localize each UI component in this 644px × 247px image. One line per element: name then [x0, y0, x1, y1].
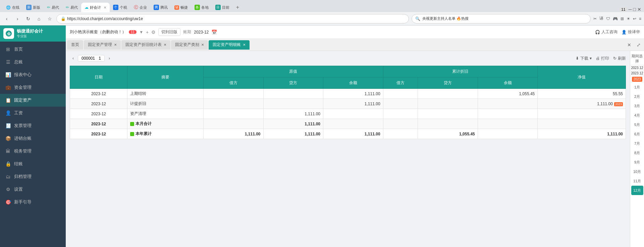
page-navigation: ‹ 000001 1 › [70, 55, 113, 62]
reload-button[interactable]: ↻ [24, 15, 32, 23]
browser-tab-gedi[interactable]: 各 各地 [191, 3, 212, 12]
sidebar-item-ledger[interactable]: ☰ 总账 [0, 56, 66, 68]
scissors-icon[interactable]: ✂ [593, 16, 597, 21]
month-item[interactable]: 9月 [631, 158, 643, 167]
browser-tab-xinban[interactable]: 新 新版 [23, 3, 44, 12]
closing-icon: 🔒 [5, 161, 11, 167]
month-item[interactable]: 10月 [631, 167, 643, 176]
sidebar-item-payroll[interactable]: 👤 工资 [0, 107, 66, 119]
page-tab-close-asset-category[interactable]: ✕ [201, 43, 204, 47]
search-icon: 🔍 [415, 16, 420, 21]
sidebar-label-guide: 新手引导 [14, 199, 32, 205]
close-window-icon[interactable]: ✕ [637, 7, 641, 12]
home-button[interactable]: ⌂ [35, 15, 43, 23]
month-item[interactable]: 12月 [631, 186, 643, 195]
page-tab-asset-detail[interactable]: 固定资产明细账 ✕ [209, 40, 250, 50]
back-button[interactable]: ‹ [3, 15, 11, 23]
forward-button[interactable]: › [13, 15, 21, 23]
browser-tab-muqian[interactable]: 目 目前 [212, 3, 233, 12]
month-item[interactable]: 4月 [631, 111, 643, 120]
dropdown-arrow[interactable]: ▼ [139, 30, 143, 35]
sidebar-item-closing[interactable]: 🔒 结账 [0, 158, 66, 170]
month-item[interactable]: 8月 [631, 148, 643, 158]
page-tab-close-depreciation-stats[interactable]: ✕ [164, 43, 166, 47]
calendar-icon[interactable]: 📅 [211, 29, 217, 35]
month-item[interactable]: 5月 [631, 120, 643, 129]
user-profile[interactable]: 👤 徐译华 [622, 29, 640, 35]
month-item[interactable]: 2月 [631, 92, 643, 101]
logo-text-block: 畅捷通好会计 专业版 [17, 28, 43, 39]
restore-icon[interactable]: □ [633, 7, 636, 12]
print-button[interactable]: 🖨 打印 [596, 56, 609, 61]
period-label: 账期 [183, 29, 191, 35]
assistant-button[interactable]: 🎧 人工咨询 [595, 29, 618, 35]
sidebar-item-invoice[interactable]: 🧾 发票管理 [0, 119, 66, 132]
sidebar-item-inventory[interactable]: 📦 进销台账 [0, 132, 66, 145]
svg-text:会: 会 [7, 32, 11, 36]
browser-tab-changjie[interactable]: M 畅捷 [171, 3, 191, 12]
translate-icon[interactable]: 译 [599, 16, 603, 21]
page-tab-fixed-asset-mgmt[interactable]: 固定资产管理 ✕ [84, 40, 121, 50]
page-tab-close-fixed-asset-mgmt[interactable]: ✕ [114, 43, 117, 47]
browser-tab-geshui[interactable]: 个 个税 [110, 3, 130, 12]
sidebar-menu: ⊞ 首页 ☰ 总账 📊 报表中心 💼 资金管理 📋 固定资产 👤 工资 [0, 42, 66, 247]
download-button[interactable]: ⬇ 下载 ▾ [576, 56, 592, 61]
month-item[interactable]: 6月 [631, 129, 643, 139]
row-year-badge: 2023 [614, 102, 623, 106]
page-tab-depreciation-stats[interactable]: 固定资产折旧统计表 ✕ [121, 40, 170, 50]
search-bar[interactable]: 🔍 央视更新主持人名单 🔥热搜 [412, 14, 591, 23]
next-page-button[interactable]: › [106, 55, 113, 62]
month-item[interactable]: 3月 [631, 101, 643, 111]
game-icon[interactable]: 🎮 [613, 16, 618, 21]
extension-icon[interactable]: 🛡 [606, 16, 610, 21]
month-item[interactable]: 7月 [631, 139, 643, 148]
browser-tab-yidai2[interactable]: ✏ 易代 [62, 3, 81, 12]
browser-tab-yidai1[interactable]: ✏ 易代 [44, 3, 62, 12]
refresh-button[interactable]: ↻ 刷新 [613, 56, 626, 61]
sidebar-item-home[interactable]: ⊞ 首页 [0, 43, 66, 56]
month-item[interactable]: 1月 [631, 82, 643, 92]
browser-tab-close-haokuaiji[interactable]: ✕ [104, 6, 106, 9]
sidebar-item-report[interactable]: 📊 报表中心 [0, 68, 66, 81]
brightness-icon[interactable]: ☀ [627, 16, 630, 21]
new-tab-button[interactable]: + [233, 3, 242, 12]
guide-icon: 🎯 [5, 199, 11, 205]
inventory-icon: 📦 [5, 136, 11, 141]
add-company-icon[interactable]: + [146, 29, 149, 35]
minimize-icon[interactable]: ─ [629, 7, 632, 12]
company-settings-icon[interactable]: ⚙ [151, 29, 156, 35]
switch-version-button[interactable]: 切到旧版 [158, 28, 180, 36]
cell-orig-balance: 1,111.00 [323, 89, 383, 99]
sidebar-item-fund[interactable]: 💼 资金管理 [0, 81, 66, 94]
bookmark-button[interactable]: ☆ [46, 15, 54, 23]
cell-orig-credit: 1,111.00 [263, 109, 323, 119]
page-tab-home[interactable]: 首页 [67, 40, 83, 50]
month-item[interactable]: 11月 [631, 176, 643, 186]
sidebar-item-fixed-asset[interactable]: 📋 固定资产 [0, 94, 66, 107]
cell-accum-balance: 1,055.45 [478, 89, 538, 99]
page-tab-asset-category[interactable]: 固定资产类别 ✕ [171, 40, 208, 50]
cell-orig-credit: 1,111.00 [263, 129, 323, 139]
col-header-summary: 摘要 [127, 66, 204, 89]
sidebar-item-settings[interactable]: ⚙ 设置 [0, 183, 66, 196]
undo-icon[interactable]: ↩ [633, 16, 636, 21]
table-row: 2023-12 资产清理 1,111.00 [70, 109, 626, 119]
download-chevron-icon: ▾ [590, 56, 592, 61]
close-all-tabs-button[interactable]: ✕ [625, 41, 633, 49]
sidebar-item-tax[interactable]: 🏛 税务管理 [0, 145, 66, 158]
browser-tab-qiye[interactable]: Ⓒ 企业 [130, 3, 150, 12]
sidebar-item-guide[interactable]: 🎯 新手引导 [0, 196, 66, 208]
page-tab-close-asset-detail[interactable]: ✕ [243, 43, 246, 47]
expand-tabs-button[interactable]: ⤢ [635, 41, 643, 49]
browser-tab-tengxun[interactable]: 腾 腾讯 [150, 3, 171, 12]
cell-accum-balance [478, 99, 538, 109]
tab-label-yidai2: 易代 [70, 5, 78, 10]
prev-page-button[interactable]: ‹ [70, 55, 76, 62]
sidebar-item-archive[interactable]: 🗂 归档管理 [0, 170, 66, 183]
address-input[interactable]: 🔒 https://cloud.chanjet.com/accounting/u… [56, 14, 409, 23]
grid-icon[interactable]: ⊞ [621, 16, 624, 21]
browser-tab-haokuaiji[interactable]: ☁ 好会计 ✕ [81, 3, 110, 12]
tab-label-xinban: 新版 [33, 5, 40, 10]
menu-icon[interactable]: ≡ [639, 16, 641, 21]
browser-tab-zaixin[interactable]: 🌐 在线 [3, 3, 23, 12]
